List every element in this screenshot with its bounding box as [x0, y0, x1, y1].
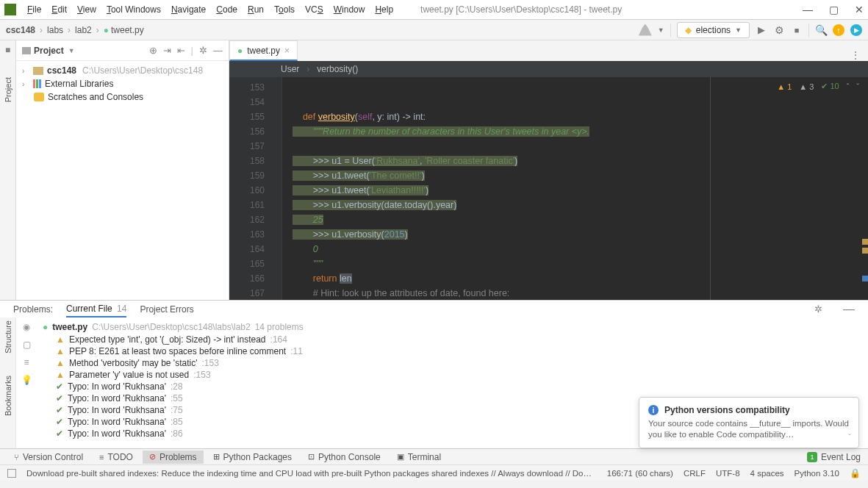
tab-project-errors[interactable]: Project Errors	[140, 302, 193, 317]
code-area[interactable]: def verbosity(self, y: int) -> int: """R…	[282, 77, 868, 300]
hide-icon[interactable]: —	[213, 45, 223, 56]
crumb-labs[interactable]: labs	[47, 25, 75, 35]
status-message[interactable]: Download pre-built shared indexes: Reduc…	[26, 469, 597, 478]
code-with-me-icon[interactable]	[639, 24, 652, 36]
menu-help[interactable]: Help	[370, 4, 398, 15]
problems-file-header[interactable]: ● tweet.py C:\Users\User\Desktop\csc148\…	[43, 320, 862, 334]
gear-icon[interactable]: ✲	[199, 45, 207, 56]
project-tree[interactable]: › csc148 C:\Users\User\Desktop\csc148 › …	[16, 61, 229, 107]
minimize-icon[interactable]: —	[803, 4, 813, 15]
editor-tab-label: tweet.py	[247, 46, 280, 56]
menu-vcs[interactable]: VCS	[300, 4, 329, 15]
gutter[interactable]: 153154155 156157158 159160161 162163164 …	[229, 77, 272, 300]
menu-navigate[interactable]: Navigate	[166, 4, 211, 15]
close-tab-icon[interactable]: ×	[284, 46, 290, 56]
panel-gear-icon[interactable]: ✲	[814, 304, 822, 315]
typo-icon: ✔	[56, 381, 63, 392]
status-interpreter[interactable]: Python 3.10	[795, 469, 839, 478]
editor-tab[interactable]: ● tweet.py ×	[229, 40, 298, 61]
warning-icon: ▲	[56, 346, 65, 356]
menu-tools[interactable]: Tools	[269, 4, 300, 15]
status-indent[interactable]: 4 spaces	[750, 469, 784, 478]
crumb-root[interactable]: csc148	[6, 25, 47, 35]
problem-item[interactable]: ▲PEP 8: E261 at least two spaces before …	[43, 345, 862, 357]
tab-current-file[interactable]: Current File 14	[66, 301, 126, 317]
tree-external-libraries[interactable]: › External Libraries	[21, 77, 224, 90]
project-tool-folder-icon[interactable]: ■	[5, 45, 10, 55]
status-tool-icon[interactable]	[7, 469, 16, 478]
locate-icon[interactable]: ⊕	[149, 45, 157, 56]
warning-icon: ▲	[56, 334, 65, 345]
expand-all-icon[interactable]: ⇥	[163, 45, 171, 56]
problems-panel-tabs: Problems: Current File 14 Project Errors…	[0, 300, 868, 317]
tab-todo[interactable]: ≡TODO	[93, 451, 140, 464]
menu-window[interactable]: Window	[329, 4, 370, 15]
update-icon[interactable]: ↑	[833, 24, 844, 36]
close-icon[interactable]: ✕	[855, 4, 864, 15]
menu-edit[interactable]: Edit	[46, 4, 72, 15]
menu-file[interactable]: File	[22, 4, 46, 15]
tab-problems[interactable]: ⊘Problems	[143, 451, 204, 464]
menu-tool-windows[interactable]: Tool Windows	[101, 4, 166, 15]
status-encoding[interactable]: UTF-8	[716, 469, 740, 478]
typo-icon: ✔	[56, 393, 63, 403]
typo-icon: ✔	[56, 428, 63, 439]
notification-popup[interactable]: iPython versions compatibility Your sour…	[639, 397, 859, 448]
crumb-lab2[interactable]: lab2	[75, 25, 104, 35]
tool-tab-structure[interactable]: Structure	[4, 320, 12, 354]
project-pane: Project ▼ ⊕ ⇥ ⇤ | ✲ — › csc148 C:\Users\…	[16, 40, 229, 300]
learn-icon[interactable]: ▶	[850, 24, 862, 36]
bulb-icon[interactable]: 💡	[21, 375, 32, 385]
status-line-sep[interactable]: CRLF	[684, 469, 706, 478]
panel-hide-icon[interactable]: —	[843, 303, 855, 316]
notification-title: Python versions compatibility	[664, 405, 790, 415]
tab-python-packages[interactable]: ⊞Python Packages	[207, 451, 298, 464]
run-config-name: elections	[696, 25, 731, 35]
sort-icon[interactable]: ≡	[24, 357, 29, 367]
menubar: File Edit View Tool Windows Navigate Cod…	[0, 0, 868, 20]
app-icon	[4, 4, 16, 15]
chevron-down-icon[interactable]: ˇ	[848, 433, 851, 442]
menu-view[interactable]: View	[72, 4, 101, 15]
lock-icon[interactable]: 🔒	[850, 468, 861, 478]
tab-terminal[interactable]: ▣Terminal	[390, 451, 448, 464]
warning-icon: ▲	[56, 358, 65, 368]
eye-icon[interactable]: ◉	[23, 322, 30, 332]
maximize-icon[interactable]: ▢	[829, 4, 839, 15]
tab-event-log[interactable]: 1Event Log	[807, 452, 861, 462]
search-icon[interactable]: 🔍	[815, 24, 827, 36]
warning-icon: ▲	[56, 370, 65, 380]
debug-icon[interactable]: ⚙	[773, 24, 785, 36]
status-position[interactable]: 166:71 (60 chars)	[607, 469, 673, 478]
filter-icon[interactable]: ▢	[23, 340, 31, 350]
inspection-widget[interactable]: ▲ 1 ▲ 3 ✔ 10 ˆ ˇ	[777, 82, 859, 91]
editor: ● tweet.py × ⋮ User›verbosity() ▲ 1 ▲ 3 …	[229, 40, 868, 300]
collapse-all-icon[interactable]: ⇤	[177, 45, 185, 56]
notification-body: Your source code contains __future__ imp…	[648, 418, 850, 440]
menu-run[interactable]: Run	[243, 4, 269, 15]
editor-tabbar: ● tweet.py × ⋮	[229, 40, 868, 61]
error-stripe[interactable]	[861, 107, 868, 300]
project-pane-title[interactable]: Project	[22, 46, 64, 56]
problem-item[interactable]: ✔Typo: In word 'Rukhsana' :28	[43, 381, 862, 392]
typo-icon: ✔	[56, 417, 63, 427]
editor-more-icon[interactable]: ⋮	[850, 49, 861, 61]
tool-tab-project[interactable]: Project	[4, 77, 12, 102]
problem-item[interactable]: ▲Parameter 'y' value is not used :153	[43, 369, 862, 381]
stop-icon[interactable]: ■	[791, 26, 803, 35]
tool-tab-bookmarks[interactable]: Bookmarks	[4, 376, 12, 416]
fold-column[interactable]	[272, 77, 282, 300]
tree-scratches[interactable]: Scratches and Consoles	[21, 90, 224, 104]
crumb-file[interactable]: ●tweet.py	[104, 25, 144, 35]
menu-code[interactable]: Code	[211, 4, 243, 15]
left-tool-rail-bottom: Structure Bookmarks	[0, 317, 16, 448]
problem-item[interactable]: ▲Expected type 'int', got '(_obj: Sized)…	[43, 334, 862, 345]
problem-item[interactable]: ▲Method 'verbosity' may be 'static' :153	[43, 357, 862, 369]
run-icon[interactable]: ▶	[756, 24, 767, 35]
tab-python-console[interactable]: ⊡Python Console	[301, 451, 387, 464]
tree-root[interactable]: › csc148 C:\Users\User\Desktop\csc148	[21, 64, 224, 77]
run-config-selector[interactable]: ◆ elections ▼	[677, 22, 750, 38]
status-bar: Download pre-built shared indexes: Reduc…	[0, 464, 868, 481]
tab-version-control[interactable]: ⑂Version Control	[7, 451, 90, 464]
editor-breadcrumb[interactable]: User›verbosity()	[229, 61, 868, 77]
